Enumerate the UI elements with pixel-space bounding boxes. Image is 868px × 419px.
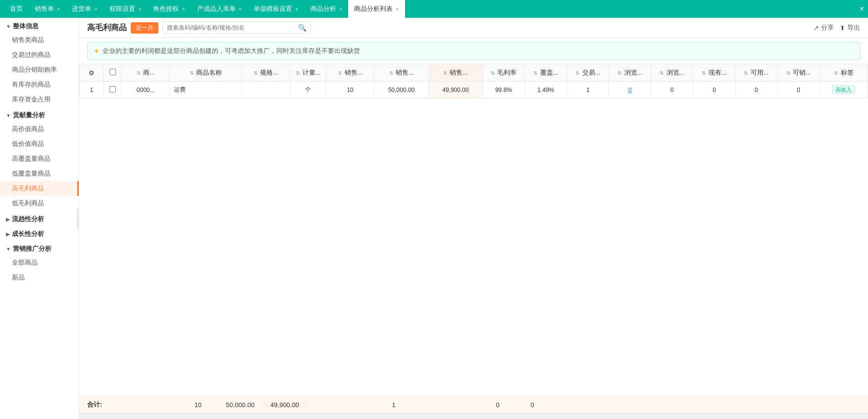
cell-sellable: 0	[777, 82, 819, 98]
select-all-checkbox[interactable]	[109, 69, 116, 75]
col-code[interactable]: ⇅ 商...	[122, 64, 170, 82]
sidebar-collapse-button[interactable]: 《	[77, 209, 79, 229]
horizontal-scrollbar[interactable]	[79, 413, 868, 419]
cell-current-stock: 0	[693, 82, 735, 98]
tag-high-income: 高收入	[832, 86, 855, 93]
sidebar-item-sales-goods[interactable]: 销售类商品	[0, 33, 79, 47]
cell-sales-amt: 50,000.00	[374, 82, 428, 98]
col-sales-qty[interactable]: ⇅ 销售...	[326, 64, 374, 82]
close-all-tabs[interactable]: ×	[860, 4, 864, 13]
sidebar-group-marketing[interactable]: ▼ 营销推广分析	[0, 240, 79, 255]
search-icon[interactable]: 🔍	[298, 24, 306, 32]
content-area: 高毛利商品 近一月 🔍 ↗ 分享 ⬆ 导出 ✦ 企业的主要的利润都是这部分商品创…	[79, 18, 868, 419]
col-transaction[interactable]: ⇅ 交易...	[567, 64, 609, 82]
cell-unit: 个	[290, 82, 326, 98]
footer-transaction: 1	[376, 401, 411, 409]
sidebar-group-contribution-arrow: ▼	[6, 113, 11, 118]
table-header-row: ⚙ ⇅ 商... ⇅ 商品名称	[80, 64, 868, 82]
filter-recent-month-button[interactable]: 近一月	[131, 22, 158, 34]
nav-product-analysis[interactable]: 商品分析 ×	[305, 0, 348, 18]
close-sales-order[interactable]: ×	[57, 6, 60, 12]
nav-home[interactable]: 首页	[4, 0, 29, 18]
sidebar-item-low-margin[interactable]: 低毛利商品	[0, 196, 79, 211]
sidebar-group-overall[interactable]: ▼ 整体信息	[0, 18, 79, 33]
col-index: ⚙	[80, 64, 104, 82]
data-table-container: ⚙ ⇅ 商... ⇅ 商品名称	[79, 64, 868, 396]
close-permission-settings[interactable]: ×	[138, 6, 141, 12]
cell-tag: 高收入	[819, 82, 868, 98]
cell-index: 1	[80, 82, 104, 98]
cell-spec	[242, 82, 290, 98]
sidebar-item-all-goods[interactable]: 全部商品	[0, 255, 79, 270]
sidebar-item-distribution-rate[interactable]: 商品分销助购率	[0, 62, 79, 77]
nav-sales-order[interactable]: 销售单 ×	[29, 0, 66, 18]
table-row: 1 0000... 运费 个 10 50,000.00 49,900.00 99…	[80, 82, 868, 98]
export-button[interactable]: ⬆ 导出	[840, 23, 860, 32]
col-gross-margin[interactable]: ⇅ 毛利率	[483, 64, 525, 82]
cell-browse2: 0	[651, 82, 693, 98]
close-product-analysis[interactable]: ×	[339, 6, 342, 12]
sidebar-item-high-coverage[interactable]: 高覆盖量商品	[0, 151, 79, 166]
close-purchase-order[interactable]: ×	[94, 6, 97, 12]
share-button[interactable]: ↗ 分享	[814, 23, 834, 32]
sidebar-group-growth[interactable]: ▶ 成长性分析	[0, 226, 79, 240]
sidebar-group-contribution[interactable]: ▼ 贡献量分析	[0, 107, 79, 122]
tip-icon: ✦	[94, 47, 100, 55]
close-role-auth[interactable]: ×	[182, 6, 185, 12]
cell-browse1[interactable]: 0	[609, 82, 651, 98]
col-available[interactable]: ⇅ 可用...	[735, 64, 777, 82]
col-name[interactable]: ⇅ 商品名称	[170, 64, 242, 82]
col-sellable[interactable]: ⇅ 可销...	[777, 64, 819, 82]
sidebar: 《 ▼ 整体信息 销售类商品 交易过的商品 商品分销助购率 有库存的商品 库存资…	[0, 18, 79, 419]
col-sales-amt[interactable]: ⇅ 销售...	[374, 64, 428, 82]
page-title: 高毛利商品	[87, 23, 127, 33]
footer-label: 合计:	[79, 400, 178, 409]
sidebar-group-trend-arrow: ▶	[6, 217, 10, 222]
sidebar-item-stock-capital[interactable]: 库存资金占用	[0, 92, 79, 107]
sidebar-item-in-stock-goods[interactable]: 有库存的商品	[0, 77, 79, 92]
sidebar-item-traded-goods[interactable]: 交易过的商品	[0, 47, 79, 62]
sidebar-item-high-margin[interactable]: 高毛利商品	[0, 181, 79, 196]
sidebar-group-marketing-arrow: ▼	[6, 246, 11, 252]
footer-current-stock: 0	[480, 401, 515, 409]
footer-sales-qty: 10	[178, 401, 218, 409]
col-spec[interactable]: ⇅ 规格...	[242, 64, 290, 82]
col-sales-profit[interactable]: ⇅ 销售...	[428, 64, 482, 82]
sidebar-group-trend[interactable]: ▶ 流趋性分析	[0, 211, 79, 226]
top-navigation: 首页 销售单 × 进货单 × 权限设置 × 角色授权 × 产成品入库单 × 单据…	[0, 0, 868, 18]
settings-icon[interactable]: ⚙	[89, 69, 95, 77]
nav-role-auth[interactable]: 角色授权 ×	[147, 0, 191, 18]
sidebar-item-low-coverage[interactable]: 低覆盖量商品	[0, 166, 79, 181]
sidebar-item-low-value[interactable]: 低价值商品	[0, 137, 79, 151]
nav-purchase-order[interactable]: 进货单 ×	[66, 0, 103, 18]
col-browse1[interactable]: ⇅ 浏览...	[609, 64, 651, 82]
nav-permission-settings[interactable]: 权限设置 ×	[103, 0, 147, 18]
close-product-inbound[interactable]: ×	[239, 6, 242, 12]
col-coverage[interactable]: ⇅ 覆盖...	[525, 64, 567, 82]
search-input[interactable]	[167, 24, 298, 31]
cell-sales-qty: 10	[326, 82, 374, 98]
close-product-analysis-list[interactable]: ×	[396, 6, 399, 12]
col-browse2[interactable]: ⇅ 浏览...	[651, 64, 693, 82]
nav-product-analysis-list[interactable]: 商品分析列表 ×	[348, 0, 405, 18]
sidebar-item-new-goods[interactable]: 新品	[0, 270, 79, 285]
col-unit[interactable]: ⇅ 计量...	[290, 64, 326, 82]
main-layout: 《 ▼ 整体信息 销售类商品 交易过的商品 商品分销助购率 有库存的商品 库存资…	[0, 18, 868, 419]
sidebar-group-growth-arrow: ▶	[6, 232, 10, 237]
data-table: ⚙ ⇅ 商... ⇅ 商品名称	[79, 64, 868, 98]
row-checkbox[interactable]	[109, 86, 116, 93]
close-template-settings[interactable]: ×	[295, 6, 298, 12]
cell-code: 0000...	[122, 82, 170, 98]
col-tag[interactable]: ⇅ 标签	[819, 64, 868, 82]
search-box: 🔍	[162, 22, 311, 34]
col-checkbox[interactable]	[103, 64, 121, 82]
col-current-stock[interactable]: ⇅ 现有...	[693, 64, 735, 82]
nav-template-settings[interactable]: 单据模板设置 ×	[248, 0, 304, 18]
footer-total: 合计: 10 50,000.00 49,900.00 1 0 0	[79, 396, 868, 413]
content-header: 高毛利商品 近一月 🔍 ↗ 分享 ⬆ 导出	[79, 18, 868, 38]
cell-available: 0	[735, 82, 777, 98]
cell-checkbox[interactable]	[103, 82, 121, 98]
footer-cells: 10 50,000.00 49,900.00 1 0 0	[178, 401, 868, 409]
nav-product-inbound[interactable]: 产成品入库单 ×	[191, 0, 248, 18]
sidebar-item-high-value[interactable]: 高价值商品	[0, 122, 79, 137]
